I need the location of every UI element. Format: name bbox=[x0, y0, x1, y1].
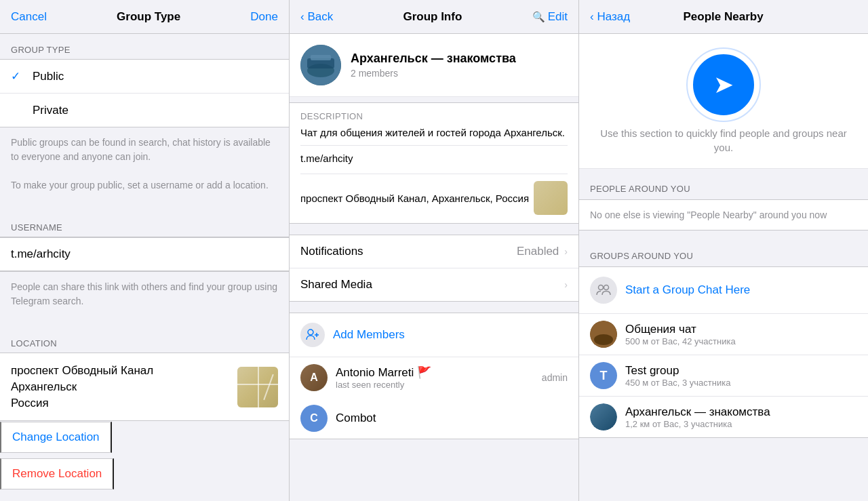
location-section: LOCATION проспект Обводный КаналАрхангел… bbox=[0, 327, 289, 489]
username-value[interactable]: t.me/arhcity bbox=[0, 237, 289, 271]
location-box: проспект Обводный КаналАрхангельскРоссия bbox=[0, 353, 289, 421]
no-one-text: No one else is viewing "People Nearby" a… bbox=[579, 200, 868, 230]
add-members-icon bbox=[300, 323, 325, 347]
group-nearby-name: Общения чат bbox=[625, 323, 857, 336]
hero-description: Use this section to quickly find people … bbox=[593, 126, 854, 155]
back-button-panel2[interactable]: ‹ Back bbox=[300, 10, 333, 24]
group-link[interactable]: t.me/arhcity bbox=[300, 145, 568, 171]
desc-label: DESCRIPTION bbox=[300, 111, 568, 121]
description-section: DESCRIPTION Чат для общения жителей и го… bbox=[290, 102, 578, 224]
member-info-antonio: Antonio Marreti 🚩 last seen recently bbox=[336, 365, 542, 390]
svg-point-10 bbox=[594, 334, 613, 345]
private-label: Private bbox=[33, 104, 68, 117]
notifications-value: Enabled bbox=[517, 245, 559, 258]
start-group-text: Start a Group Chat Here bbox=[625, 283, 750, 297]
panel1-navbar: Cancel Group Type Done bbox=[0, 0, 289, 34]
group-location-map bbox=[534, 181, 568, 215]
member-name: Antonio Marreti 🚩 bbox=[336, 365, 542, 380]
location-icon: ➤ bbox=[693, 54, 754, 115]
group-location-text: проспект Обводный Канал, Архангельск, Ро… bbox=[300, 191, 534, 205]
members-list: Add Members A Antonio Marreti 🚩 last see… bbox=[290, 313, 578, 439]
remove-location-button[interactable]: Remove Location bbox=[0, 458, 114, 489]
groups-around-list: Start a Group Chat Here Общения чат bbox=[579, 266, 868, 438]
people-around-list: No one else is viewing "People Nearby" a… bbox=[579, 199, 868, 231]
member-avatar-antonio: A bbox=[300, 364, 328, 391]
panel3-title: People Nearby bbox=[684, 10, 764, 24]
private-checkmark: ✓ bbox=[11, 103, 24, 117]
public-info: Public groups can be found in search, ch… bbox=[0, 127, 289, 201]
group-nearby-info-1: Test group 450 м от Вас, 3 участника bbox=[625, 364, 857, 388]
location-hero: ➤ Use this section to quickly find peopl… bbox=[579, 34, 868, 169]
notifications-chevron-icon: › bbox=[564, 246, 568, 257]
group-location-row: проспект Обводный Канал, Архангельск, Ро… bbox=[300, 174, 568, 215]
location-text: проспект Обводный КаналАрхангельскРоссия bbox=[11, 363, 237, 411]
people-around-section: PEOPLE AROUND YOU No one else is viewing… bbox=[579, 174, 868, 231]
panel-group-info: ‹ Back Group Info 🔍 Edit Архангельск — з… bbox=[290, 0, 579, 501]
edit-button[interactable]: 🔍 Edit bbox=[532, 10, 568, 24]
panel-people-nearby: ‹ Назад People Nearby ➤ Use this section… bbox=[579, 0, 868, 501]
shared-media-chevron-icon: › bbox=[564, 279, 568, 290]
location-map-thumb bbox=[237, 367, 278, 407]
people-around-label: PEOPLE AROUND YOU bbox=[579, 174, 868, 199]
group-type-header: GROUP TYPE bbox=[0, 34, 289, 59]
username-field: t.me/arhcity bbox=[0, 237, 289, 272]
svg-point-8 bbox=[604, 285, 609, 290]
public-checkmark: ✓ bbox=[11, 69, 24, 83]
cancel-button[interactable]: Cancel bbox=[11, 10, 47, 24]
group-nearby-dist-1: 450 м от Вас, 3 участника bbox=[625, 378, 857, 388]
public-label: Public bbox=[33, 70, 64, 83]
search-icon: 🔍 bbox=[532, 11, 548, 22]
panel-group-type: Cancel Group Type Done GROUP TYPE ✓ Publ… bbox=[0, 0, 290, 501]
notifications-label: Notifications bbox=[300, 245, 517, 258]
settings-list: Notifications Enabled › Shared Media › bbox=[290, 235, 578, 302]
map-road-h bbox=[237, 384, 278, 385]
group-nearby-avatar-1: T bbox=[590, 362, 617, 389]
panel3-content: ➤ Use this section to quickly find peopl… bbox=[579, 34, 868, 501]
group-name: Архангельск — знакомства bbox=[351, 52, 516, 66]
table-row[interactable]: C Combot bbox=[290, 398, 578, 439]
username-section: USERNAME t.me/arhcity People can share t… bbox=[0, 212, 289, 317]
list-item[interactable]: Архангельск — знакомства 1,2 км от Вас, … bbox=[579, 397, 868, 437]
start-group-icon bbox=[590, 277, 617, 304]
svg-point-4 bbox=[308, 329, 313, 335]
list-item[interactable]: Общения чат 500 м от Вас, 42 участника bbox=[579, 314, 868, 355]
add-members-row[interactable]: Add Members bbox=[290, 313, 578, 357]
done-button[interactable]: Done bbox=[250, 10, 278, 24]
username-header: USERNAME bbox=[0, 212, 289, 237]
panel1-title: Group Type bbox=[117, 10, 180, 24]
panel2-content: Архангельск — знакомства 2 members DESCR… bbox=[290, 34, 578, 501]
groups-around-label: GROUPS AROUND YOU bbox=[579, 241, 868, 266]
panel2-title: Group Info bbox=[403, 10, 462, 24]
group-nearby-info-0: Общения чат 500 м от Вас, 42 участника bbox=[625, 323, 857, 346]
list-item[interactable]: T Test group 450 м от Вас, 3 участника bbox=[579, 355, 868, 397]
notifications-row[interactable]: Notifications Enabled › bbox=[290, 235, 578, 268]
group-nearby-name-1: Test group bbox=[625, 364, 857, 378]
member-role: admin bbox=[542, 372, 568, 383]
group-nearby-name-2: Архангельск — знакомства bbox=[625, 405, 857, 419]
username-info: People can share this link with others a… bbox=[0, 272, 289, 317]
svg-rect-3 bbox=[311, 55, 331, 60]
change-location-button[interactable]: Change Location bbox=[0, 422, 112, 453]
desc-text: Чат для общения жителей и гостей города … bbox=[300, 125, 568, 140]
back-chevron-icon-panel3: ‹ bbox=[590, 10, 597, 23]
group-nearby-dist: 500 м от Вас, 42 участника bbox=[625, 336, 857, 346]
group-nearby-avatar-0 bbox=[590, 321, 617, 348]
map-road-v bbox=[258, 367, 259, 407]
group-info: Архангельск — знакомства 2 members bbox=[351, 52, 516, 79]
member-avatar-combot: C bbox=[300, 405, 328, 432]
group-avatar-img bbox=[300, 45, 341, 85]
table-row[interactable]: A Antonio Marreti 🚩 last seen recently a… bbox=[290, 357, 578, 398]
public-option[interactable]: ✓ Public bbox=[0, 60, 289, 94]
private-option[interactable]: ✓ Private bbox=[0, 94, 289, 127]
group-header: Архангельск — знакомства 2 members bbox=[290, 34, 578, 97]
navigation-arrow-icon: ➤ bbox=[713, 71, 734, 99]
location-header: LOCATION bbox=[0, 327, 289, 353]
groups-around-section: GROUPS AROUND YOU Start a Group Chat Her… bbox=[579, 241, 868, 438]
panel3-navbar: ‹ Назад People Nearby bbox=[579, 0, 868, 34]
shared-media-row[interactable]: Shared Media › bbox=[290, 268, 578, 301]
add-members-text: Add Members bbox=[333, 328, 405, 342]
group-nearby-info-2: Архангельск — знакомства 1,2 км от Вас, … bbox=[625, 405, 857, 429]
group-nearby-avatar-2 bbox=[590, 403, 617, 430]
back-button-panel3[interactable]: ‹ Назад bbox=[590, 10, 630, 24]
start-group-row[interactable]: Start a Group Chat Here bbox=[579, 267, 868, 314]
